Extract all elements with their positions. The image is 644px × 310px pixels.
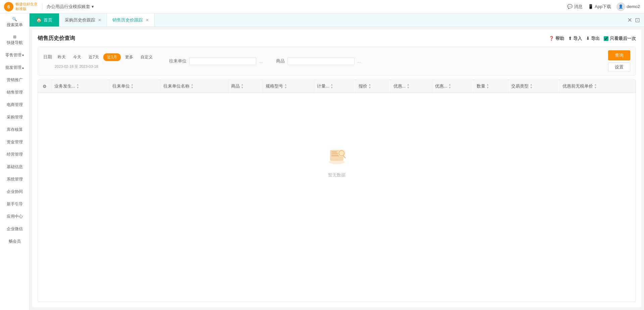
sidebar-item-label: 企业微信 — [7, 226, 23, 232]
tab-maximize-btn[interactable]: ⊡ — [635, 16, 640, 24]
sort-arrows-partner-name: ▲▼ — [191, 83, 194, 89]
sidebar-item-marketing[interactable]: 营销推广 — [0, 74, 29, 86]
sidebar-item-basic-info[interactable]: 基础信息 — [0, 161, 29, 173]
page-title-row: 销售历史价查询 ❓ 帮助 ⬆ 导入 ⬇ 导出 — [38, 35, 636, 42]
tab-purchase-close[interactable]: ✕ — [98, 18, 101, 22]
tab-home-label: 首页 — [44, 17, 52, 23]
sidebar-item-wechat[interactable]: 企业微信 — [0, 223, 29, 235]
gear-icon[interactable]: ⚙ — [43, 84, 47, 89]
tab-close-btn[interactable]: ✕ — [627, 16, 632, 24]
sidebar-item-retail[interactable]: 零售管理 ▾ — [0, 49, 29, 61]
sidebar-item-sales-mgmt[interactable]: 销售管理 — [0, 86, 29, 99]
import-icon: ⬆ — [568, 36, 572, 41]
partner-input[interactable] — [189, 57, 256, 65]
download-label: App下载 — [595, 4, 611, 10]
content-area: 🏠 首页 采购历史价跟踪 ✕ 销售历史价跟踪 ✕ ✕ ⊡ 销售历史价查询 — [30, 13, 644, 310]
tab-home[interactable]: 🏠 首页 — [30, 13, 59, 27]
page-title-actions: ❓ 帮助 ⬆ 导入 ⬇ 导出 只看最后一次 — [549, 36, 636, 42]
sort-arrows-biz-date: ▲▼ — [76, 83, 79, 89]
table-header-gear[interactable]: ⚙ — [38, 80, 51, 93]
tab-purchase-history[interactable]: 采购历史价跟踪 ✕ — [59, 13, 107, 27]
table-header-biz-date[interactable]: 业务发生... ▲▼ — [51, 80, 109, 93]
sort-arrows-partner-code: ▲▼ — [131, 83, 134, 89]
top-bar: 6 畅捷信好生意 标准版 办公用品行业模拟账套 ▾ 💬 消息 📱 App下载 👤… — [0, 0, 644, 13]
sidebar-item-label: 批发管理 — [5, 65, 21, 70]
sort-arrows-unit: ▲▼ — [330, 83, 333, 89]
download-icon: 📱 — [588, 4, 593, 9]
table-header-trade-type[interactable]: 交易类型 ▲▼ — [508, 80, 560, 93]
tab-sales-close[interactable]: ✕ — [146, 18, 149, 22]
sidebar-item-guide[interactable]: 新手引导 — [0, 198, 29, 210]
date-btn-more[interactable]: 更多 — [122, 53, 136, 61]
grid-icon: ⊞ — [13, 35, 16, 39]
sidebar-item-operations[interactable]: 经营管理 — [0, 148, 29, 161]
partner-filter-label: 往来单位 — [169, 58, 186, 64]
table-header-spec[interactable]: 规格型号 ▲▼ — [263, 80, 314, 93]
table-header-product[interactable]: 商品 ▲▼ — [228, 80, 263, 93]
sidebar-item-label: 应用中心 — [7, 214, 23, 219]
date-range-text: 2023-02-18 至 2023-03-18 — [55, 64, 98, 68]
logo-char: 6 — [7, 4, 10, 9]
date-btn-last1month[interactable]: 近1月 — [103, 53, 121, 61]
date-btn-last7[interactable]: 近7天 — [86, 53, 102, 61]
sidebar-item-procurement[interactable]: 采购管理 — [0, 111, 29, 123]
sort-arrows-discount2: ▲▼ — [448, 83, 451, 89]
page-content: 销售历史价查询 ❓ 帮助 ⬆ 导入 ⬇ 导出 — [32, 30, 641, 307]
sort-arrows-trade-type: ▲▼ — [530, 83, 533, 89]
sidebar-item-enterprise[interactable]: 企业协同 — [0, 186, 29, 198]
only-last-checkbox[interactable] — [604, 36, 608, 41]
tab-actions: ✕ ⊡ — [623, 13, 644, 27]
main-layout: 🔍 搜索菜单 ⊞ 快捷导航 零售管理 ▾ 批发管理 ▴ 营销推广 销售管理 电商… — [0, 13, 644, 310]
product-dots-btn[interactable]: ... — [357, 59, 361, 64]
page-title: 销售历史价查询 — [38, 35, 75, 42]
sidebar-item-member[interactable]: 畅会员 — [0, 235, 29, 248]
help-btn[interactable]: ❓ 帮助 — [549, 36, 564, 42]
tab-sales-label: 销售历史价跟踪 — [112, 17, 143, 23]
date-btn-custom[interactable]: 自定义 — [138, 53, 156, 61]
partner-dots-btn[interactable]: ... — [259, 59, 263, 64]
export-btn[interactable]: ⬇ 导出 — [586, 36, 600, 42]
sidebar-item-label: 搜索菜单 — [7, 22, 23, 28]
sidebar-item-label: 畅会员 — [9, 239, 21, 244]
table-header-partner-code[interactable]: 往来单位 ▲▼ — [109, 80, 161, 93]
sidebar-item-quick-nav[interactable]: ⊞ 快捷导航 — [0, 31, 29, 49]
sidebar-item-system[interactable]: 系统管理 — [0, 173, 29, 186]
empty-icon — [323, 142, 350, 169]
app-download-btn[interactable]: 📱 App下载 — [588, 4, 611, 10]
sidebar-item-inventory[interactable]: 库存核算 — [0, 123, 29, 136]
sidebar-item-finance[interactable]: 资金管理 — [0, 136, 29, 148]
import-btn[interactable]: ⬆ 导入 — [568, 36, 582, 42]
app-selector[interactable]: 办公用品行业模拟账套 ▾ — [42, 4, 94, 10]
table-header-unit[interactable]: 计量... ▲▼ — [314, 80, 356, 93]
sidebar-item-app-center[interactable]: 应用中心 — [0, 210, 29, 223]
user-avatar-area[interactable]: 👤 demo2 — [616, 2, 640, 11]
settings-button[interactable]: 设置 — [608, 62, 630, 72]
tab-sales-history[interactable]: 销售历史价跟踪 ✕ — [107, 13, 155, 27]
query-button[interactable]: 查询 — [608, 50, 630, 60]
sort-arrows-product: ▲▼ — [241, 83, 244, 89]
date-btn-today[interactable]: 今天 — [70, 53, 84, 61]
product-input[interactable] — [287, 57, 355, 65]
table-header-quoted-price[interactable]: 报价 ▲▼ — [356, 80, 390, 93]
table-header-discount2[interactable]: 优惠... ▲▼ — [432, 80, 474, 93]
chevron-down-icon: ▾ — [92, 4, 94, 9]
only-last-checkbox-label[interactable]: 只看最后一次 — [604, 36, 636, 42]
table-header-discount1[interactable]: 优惠... ▲▼ — [390, 80, 432, 93]
message-btn[interactable]: 💬 消息 — [567, 4, 583, 10]
svg-line-7 — [343, 156, 345, 158]
empty-state: 暂无数据 — [38, 93, 636, 227]
sidebar-item-label: 系统管理 — [7, 176, 23, 182]
logo-text: 畅捷信好生意 标准版 — [15, 2, 38, 11]
table-header-quantity[interactable]: 数量 ▲▼ — [474, 80, 508, 93]
sidebar-item-search[interactable]: 🔍 搜索菜单 — [0, 13, 29, 31]
avatar: 👤 — [616, 2, 625, 11]
table-header-pretax-price[interactable]: 优惠前无税单价 ▲▼ — [559, 80, 635, 93]
sidebar-item-wholesale[interactable]: 批发管理 ▴ — [0, 61, 29, 74]
date-btn-yesterday[interactable]: 昨天 — [55, 53, 69, 61]
table-header-partner-name[interactable]: 往来单位名称 ▲▼ — [161, 80, 228, 93]
sidebar-item-ecommerce[interactable]: 电商管理 — [0, 99, 29, 111]
sidebar-item-label: 经营管理 — [7, 152, 23, 157]
top-bar-left: 6 畅捷信好生意 标准版 办公用品行业模拟账套 ▾ — [4, 2, 94, 11]
sidebar-item-label: 资金管理 — [7, 139, 23, 145]
empty-text: 暂无数据 — [328, 172, 345, 178]
